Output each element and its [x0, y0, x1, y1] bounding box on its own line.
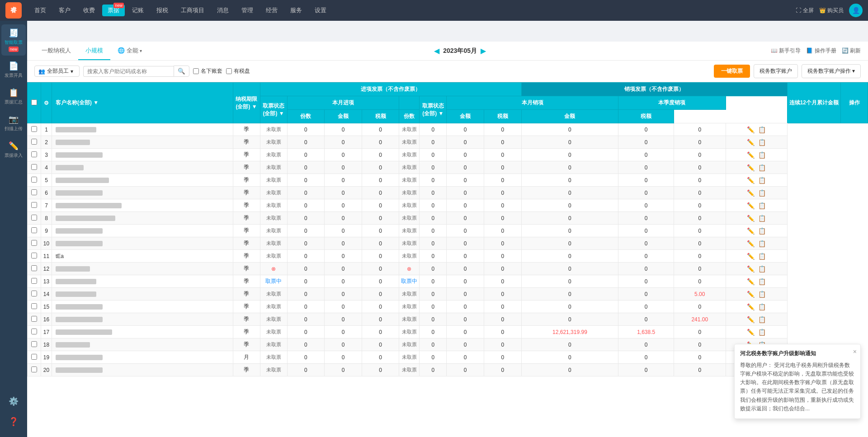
row-checkbox[interactable]: [31, 215, 37, 221]
copy-btn[interactable]: 📋: [758, 227, 766, 235]
copy-btn[interactable]: 📋: [758, 303, 766, 310]
row-checkbox[interactable]: [31, 291, 37, 296]
tab-general-taxpayer[interactable]: 一般纳税人: [34, 42, 78, 60]
notification-close-btn[interactable]: ×: [853, 348, 857, 355]
edit-btn[interactable]: ✏️: [747, 189, 755, 197]
row-checkbox[interactable]: [31, 253, 37, 258]
edit-btn[interactable]: ✏️: [747, 202, 755, 209]
edit-btn[interactable]: ✏️: [747, 215, 755, 222]
copy-btn[interactable]: 📋: [758, 215, 766, 222]
row-checkbox[interactable]: [31, 367, 37, 372]
nav-client[interactable]: 客户: [53, 5, 76, 16]
copy-btn[interactable]: 📋: [758, 126, 766, 133]
edit-btn[interactable]: ✏️: [747, 126, 755, 133]
row-checkbox[interactable]: [31, 139, 37, 145]
edit-btn[interactable]: ✏️: [747, 303, 755, 310]
nav-home[interactable]: 首页: [29, 5, 52, 16]
select-all-checkbox[interactable]: [31, 99, 37, 105]
sidebar-item-scan[interactable]: 📷 扫描上传: [1, 111, 26, 136]
search-input[interactable]: [83, 66, 174, 77]
nav-message[interactable]: 消息: [212, 5, 234, 16]
sidebar-item-entry[interactable]: ✏️ 票据录入: [1, 137, 26, 162]
sidebar-item-smart-ticket[interactable]: 🧾 智能取票 new: [1, 24, 26, 56]
edit-btn[interactable]: ✏️: [747, 265, 755, 273]
next-month-btn[interactable]: ▶: [481, 47, 486, 55]
edit-btn[interactable]: ✏️: [747, 177, 755, 184]
sidebar-item-issue-ticket[interactable]: 📄 发票开具: [1, 57, 26, 82]
edit-btn[interactable]: ✏️: [747, 139, 755, 146]
row-checkbox[interactable]: [31, 303, 37, 309]
row-checkbox[interactable]: [31, 265, 37, 271]
edit-btn[interactable]: ✏️: [747, 227, 755, 235]
sub-account-checkbox-label[interactable]: 名下账套: [193, 67, 222, 75]
th-out-status[interactable]: 取票状态(全部) ▼: [420, 96, 447, 123]
row-checkbox[interactable]: [31, 164, 37, 170]
row-checkbox[interactable]: [31, 329, 37, 334]
row-checkbox[interactable]: [31, 341, 37, 347]
prev-month-btn[interactable]: ◀: [434, 47, 439, 55]
th-in-status[interactable]: 取票状态(全部) ▼: [260, 96, 287, 123]
edit-btn[interactable]: ✏️: [747, 316, 755, 323]
nav-ticket[interactable]: 票据 new: [102, 5, 125, 16]
edit-btn[interactable]: ✏️: [747, 329, 755, 336]
th-tax-period[interactable]: 纳税期限(全部) ▼: [233, 83, 260, 123]
copy-btn[interactable]: 📋: [758, 177, 766, 184]
row-checkbox[interactable]: [31, 240, 37, 246]
copy-btn[interactable]: 📋: [758, 253, 766, 260]
copy-btn[interactable]: 📋: [758, 240, 766, 247]
tab-all-capable[interactable]: 🌐 全能 ▾: [110, 42, 149, 60]
manual-link[interactable]: 📘 操作手册: [806, 47, 836, 55]
row-checkbox[interactable]: [31, 278, 37, 284]
row-checkbox[interactable]: [31, 316, 37, 322]
copy-btn[interactable]: 📋: [758, 329, 766, 336]
row-checkbox[interactable]: [31, 227, 37, 233]
user-avatar[interactable]: 👤: [849, 4, 863, 17]
th-client-name[interactable]: 客户名称(全部) ▼: [52, 83, 233, 123]
edit-btn[interactable]: ✏️: [747, 253, 755, 260]
nav-settings[interactable]: 设置: [309, 5, 332, 16]
vip-btn[interactable]: 👑 购买员: [819, 7, 844, 14]
refresh-link[interactable]: 🔄 刷新: [842, 47, 861, 55]
row-checkbox[interactable]: [31, 126, 37, 132]
fullscreen-btn[interactable]: ⛶ 全屏: [796, 7, 813, 14]
has-tax-checkbox[interactable]: [226, 68, 232, 74]
has-tax-checkbox-label[interactable]: 有税盘: [226, 67, 250, 75]
tab-small-scale[interactable]: 小规模: [78, 42, 110, 60]
sidebar-item-help[interactable]: ❓: [1, 413, 26, 432]
copy-btn[interactable]: 📋: [758, 202, 766, 209]
row-checkbox[interactable]: [31, 189, 37, 195]
employee-filter[interactable]: 👥 全部员工 ▾: [34, 66, 80, 77]
copy-btn[interactable]: 📋: [758, 316, 766, 323]
nav-service[interactable]: 服务: [285, 5, 307, 16]
row-checkbox[interactable]: [31, 177, 37, 183]
new-guide-link[interactable]: 📖 新手引导: [771, 47, 801, 55]
copy-btn[interactable]: 📋: [758, 189, 766, 197]
edit-btn[interactable]: ✏️: [747, 151, 755, 159]
edit-btn[interactable]: ✏️: [747, 164, 755, 171]
sidebar-item-summary[interactable]: 📋 票据汇总: [1, 84, 26, 109]
row-checkbox[interactable]: [31, 202, 37, 208]
row-checkbox[interactable]: [31, 354, 37, 360]
tax-digital-account-op-btn[interactable]: 税务数字账户操作 ▾: [802, 64, 861, 78]
copy-btn[interactable]: 📋: [758, 265, 766, 273]
copy-btn[interactable]: 📋: [758, 164, 766, 171]
search-button[interactable]: 🔍: [174, 66, 189, 77]
tax-digital-account-btn[interactable]: 税务数字账户: [754, 64, 798, 78]
edit-btn[interactable]: ✏️: [747, 291, 755, 298]
copy-btn[interactable]: 📋: [758, 291, 766, 298]
one-key-ticket-btn[interactable]: 一键取票: [714, 65, 750, 78]
copy-btn[interactable]: 📋: [758, 278, 766, 285]
edit-btn[interactable]: ✏️: [747, 240, 755, 247]
nav-manage[interactable]: 管理: [236, 5, 259, 16]
nav-accounting[interactable]: 记账: [127, 5, 149, 16]
nav-tax[interactable]: 报税: [151, 5, 174, 16]
sidebar-item-settings[interactable]: ⚙️: [1, 393, 26, 411]
nav-business[interactable]: 工商项目: [175, 5, 210, 16]
copy-btn[interactable]: 📋: [758, 139, 766, 146]
nav-operation[interactable]: 经营: [260, 5, 283, 16]
row-checkbox[interactable]: [31, 151, 37, 157]
sub-account-checkbox[interactable]: [193, 68, 199, 74]
copy-btn[interactable]: 📋: [758, 151, 766, 159]
nav-billing[interactable]: 收费: [78, 5, 100, 16]
edit-btn[interactable]: ✏️: [747, 278, 755, 285]
